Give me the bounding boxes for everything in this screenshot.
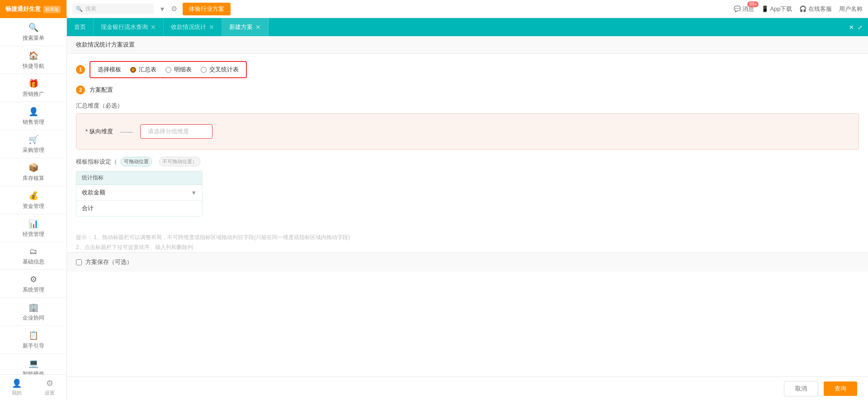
footer-actions: 取消 查询 [67,376,868,400]
operations-label: 经营管理 [23,231,44,238]
notification-badge[interactable]: 💬 消息 99+ [734,5,755,13]
quick-nav-icon: 🏠 [28,51,38,61]
sidebar-item-operations[interactable]: 📊 经营管理 [0,214,66,242]
marketing-icon: 🎁 [28,79,38,89]
trial-button[interactable]: 体验行业方案 [183,3,231,15]
dim-select-box[interactable]: 请选择分组维度 [140,124,212,139]
sidebar-item-inventory[interactable]: 📦 库存核算 [0,158,66,186]
tip2: 2、点击标题栏下拉可设置排序、插入列和删除列 [76,243,859,253]
metrics-row2-text: 合计 [82,205,94,212]
metrics-row1: 收款金额 ▼ [76,185,202,201]
system-label: 系统管理 [23,286,44,294]
tab-collection-stats-close[interactable]: ✕ [209,24,214,31]
inventory-label: 库存核算 [23,174,44,182]
sidebar-item-enterprise[interactable]: 🏢 企业协同 [0,298,66,326]
edition-badge: 标准版 [43,6,61,13]
sidebar-item-basic[interactable]: 🗂 基础信息 [0,242,66,270]
tab-new-plan-label: 新建方案 [229,23,253,31]
radio-summary-label[interactable]: 汇总表 [139,66,156,74]
config-section: 汇总维度（必选） * 纵向维度 —— 请选择分组维度 模板指标设定（ 可拖动 [76,102,859,216]
dimension-section-label: 汇总维度（必选） [76,102,859,110]
metrics-hint-row: 模板指标设定（ 可拖动位置 不可拖动位置） [76,157,859,166]
newbie-label: 新手引导 [23,342,44,350]
settings-icon[interactable]: ⚙ [171,5,177,13]
hardware-label: 智能硬件 [23,370,44,374]
radio-cross: 交叉统计表 [201,66,239,74]
newbie-icon: 📋 [28,330,38,340]
radio-cross-label[interactable]: 交叉统计表 [209,66,239,74]
query-button[interactable]: 查询 [824,381,857,396]
radio-cross-input[interactable] [201,67,207,73]
tab-home[interactable]: 首页 [67,18,94,36]
metrics-table-header: 统计指标 [76,171,202,185]
purchase-label: 采购管理 [23,146,44,154]
metrics-row1-dropdown[interactable]: ▼ [191,189,197,196]
header-right: 💬 消息 99+ 📱 App下载 🎧 在线客服 用户名称 [734,5,863,13]
hardware-icon: 💻 [28,358,38,368]
radio-detail-input[interactable] [165,67,171,73]
sidebar-item-newbie[interactable]: 📋 新手引导 [0,326,66,354]
cancel-button[interactable]: 取消 [784,381,818,396]
tab-close-all-icon[interactable]: ✕ [849,24,854,31]
tab-cashflow-close[interactable]: ✕ [151,24,156,31]
finance-icon: 💰 [28,191,38,201]
metrics-config: 模板指标设定（ 可拖动位置 不可拖动位置） 统计指标 收款金额 ▼ [76,157,859,216]
enterprise-icon: 🏢 [28,302,38,312]
sidebar-item-finance[interactable]: 💰 资金管理 [0,186,66,214]
save-option: 方案保存（可选） [67,252,868,272]
step1-badge: 1 [76,65,85,74]
sidebar-item-system[interactable]: ⚙ 系统管理 [0,270,66,298]
radio-detail: 明细表 [165,66,192,74]
metrics-row2: 合计 [76,201,202,216]
radio-detail-label[interactable]: 明细表 [174,66,192,74]
step1-row: 1 选择模板 汇总表 明细表 交叉统计表 [76,61,859,78]
logo-text: 畅捷通好生意 [5,5,41,13]
tab-new-plan-close[interactable]: ✕ [255,24,261,31]
search-icon: 🔍 [76,6,83,12]
dropdown-icon[interactable]: ▼ [159,5,165,13]
vertical-dim-label: * 纵向维度 [85,127,113,136]
tab-home-label: 首页 [74,23,86,31]
tips-section: 提示： 1、拖动标题栏可以调整布局，不可跨维度或指标区域拖动列目字段(只能在同一… [67,233,868,252]
step1-label: 选择模板 [98,66,121,74]
sidebar-bottom: 👤 我的 ⚙ 设置 [0,374,66,400]
content-area: 收款情况统计方案设置 1 选择模板 汇总表 明细表 [67,36,868,376]
sidebar-item-quick-nav[interactable]: 🏠 快捷导航 [0,46,66,74]
sidebar-bottom-btn-left[interactable]: 👤 我的 [12,378,22,396]
radio-summary-input[interactable] [130,67,136,73]
sidebar-logo: 畅捷通好生意 标准版 [0,0,66,18]
sidebar-nav: 🔍 搜索菜单 🏠 快捷导航 🎁 营销推广 👤 销售管理 🛒 采购管理 📦 库存核… [0,18,66,374]
dim-placeholder: 请选择分组维度 [148,128,189,135]
sidebar-bottom-btn-right[interactable]: ⚙ 设置 [45,378,55,396]
metrics-table: 统计指标 收款金额 ▼ 合计 [76,171,203,216]
step2-label: 方案配置 [90,86,113,94]
tip1-text: 1、拖动标题栏可以调整布局，不可跨维度或指标区域拖动列目字段(只能在同一维度或指… [94,234,350,240]
tip1: 提示： 1、拖动标题栏可以调整布局，不可跨维度或指标区域拖动列目字段(只能在同一… [76,233,859,243]
tab-actions: ✕ ⤢ [844,18,868,36]
basic-icon: 🗂 [29,247,38,256]
save-label: 方案保存（可选） [85,258,132,266]
download-icon: 📱 [761,5,769,12]
search-bar[interactable]: 🔍 搜索 [72,4,154,14]
radio-summary: 汇总表 [130,66,156,74]
sidebar-item-hardware[interactable]: 💻 智能硬件 [0,354,66,374]
sidebar-item-search[interactable]: 🔍 搜索菜单 [0,18,66,46]
user-name[interactable]: 用户名称 [839,5,863,13]
online-service[interactable]: 🎧 在线客服 [799,5,832,13]
operations-icon: 📊 [28,219,38,229]
sidebar-item-sales[interactable]: 👤 销售管理 [0,102,66,130]
save-checkbox[interactable] [76,259,82,265]
tab-cashflow[interactable]: 现金银行流水查询 ✕ [94,18,164,36]
basic-label: 基础信息 [23,258,44,266]
marketing-label: 营销推广 [23,90,44,98]
quick-nav-label: 快捷导航 [23,62,44,70]
tab-collection-stats[interactable]: 收款情况统计 ✕ [164,18,222,36]
sidebar-item-purchase[interactable]: 🛒 采购管理 [0,130,66,158]
tab-new-plan[interactable]: 新建方案 ✕ [222,18,269,36]
step2-row: 2 方案配置 [76,85,859,94]
tab-maximize-icon[interactable]: ⤢ [858,24,863,31]
sidebar-item-marketing[interactable]: 🎁 营销推广 [0,74,66,102]
app-download[interactable]: 📱 App下载 [761,5,792,13]
dimension-area: * 纵向维度 —— 请选择分组维度 [76,113,859,150]
tab-cashflow-label: 现金银行流水查询 [101,23,148,31]
